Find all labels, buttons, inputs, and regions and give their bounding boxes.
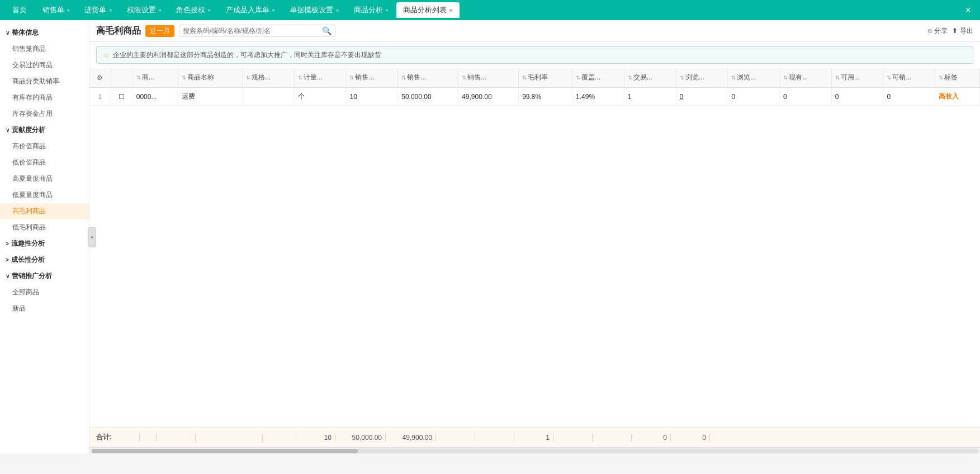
sidebar-item-0-1[interactable]: 交易过的商品 <box>0 57 89 73</box>
bottom-scrollbar[interactable] <box>89 447 980 454</box>
table-wrapper[interactable]: ⚙⇅商...⇅商品名称⇅规格...⇅计量...⇅销售...⇅销售...⇅销售..… <box>89 68 980 427</box>
sort-icon-sales_qty: ⇅ <box>349 74 354 81</box>
sidebar-item-4-1[interactable]: 新品 <box>0 301 89 317</box>
sum-spacer-2 <box>140 434 157 442</box>
sidebar-group-arrow: ∨ <box>6 30 10 36</box>
sidebar-group-1[interactable]: ∨贡献度分析 <box>0 122 89 138</box>
sum-spacer-3 <box>157 434 196 442</box>
nav-tab-0[interactable]: 销售单× <box>36 2 77 18</box>
cell-sales_cost: 49,900.00 <box>458 87 519 106</box>
sidebar-item-1-4[interactable]: 高毛利商品 <box>0 203 89 219</box>
sidebar-item-1-0[interactable]: 高价值商品 <box>0 138 89 154</box>
nav-tab-7[interactable]: 商品分析列表× <box>396 2 459 18</box>
tip-bar: ☆ 企业的主要的利润都是这部分商品创造的，可考虑加大推广，同时关注库存是不要出现… <box>96 46 973 64</box>
tab-close-icon[interactable]: × <box>449 7 452 13</box>
col-header-current_stock[interactable]: ⇅现有... <box>779 68 831 87</box>
tab-close-icon[interactable]: × <box>385 7 389 13</box>
nav-home[interactable]: 首页 <box>4 5 35 15</box>
col-header-coverage[interactable]: ⇅覆盖... <box>572 68 624 87</box>
nav-tab-6[interactable]: 商品分析× <box>347 2 395 18</box>
sidebar-item-0-3[interactable]: 有库存的商品 <box>0 90 89 106</box>
nav-tab-1[interactable]: 进货单× <box>78 2 119 18</box>
data-table: ⚙⇅商...⇅商品名称⇅规格...⇅计量...⇅销售...⇅销售...⇅销售..… <box>89 68 980 106</box>
sidebar-group-label: 流趣性分析 <box>11 239 45 248</box>
sidebar-group-label: 贡献度分析 <box>12 125 45 135</box>
sort-icon-sales_cost: ⇅ <box>462 74 466 81</box>
sort-icon-views1: ⇅ <box>680 74 684 81</box>
tab-label: 权限设置 <box>127 5 156 15</box>
col-header-sku_code[interactable]: ⇅商... <box>132 68 178 87</box>
nav-tab-5[interactable]: 单据模板设置× <box>283 2 345 18</box>
close-all-icon[interactable]: × <box>960 4 976 16</box>
search-icon[interactable]: 🔍 <box>322 26 332 35</box>
sidebar-item-1-5[interactable]: 低毛利商品 <box>0 219 89 236</box>
tab-label: 角色授权 <box>176 5 205 15</box>
col-header-sellable[interactable]: ⇅可销... <box>883 68 935 87</box>
sort-icon-coverage: ⇅ <box>576 74 580 81</box>
sidebar-group-3[interactable]: >成长性分析 <box>0 252 89 268</box>
sum-views1 <box>553 434 593 442</box>
col-header-transactions[interactable]: ⇅交易... <box>624 68 676 87</box>
content-area: 高毛利商品 近一月 🔍 ⎋ 分享 ⬆ 导出 ☆ 企业的主要的利润都是这部分商品创… <box>89 20 980 454</box>
cell-checkbox[interactable]: ☐ <box>111 87 132 106</box>
tab-close-icon[interactable]: × <box>108 7 112 13</box>
sidebar-item-0-4[interactable]: 库存资金占用 <box>0 106 89 122</box>
cell-gross_margin: 99.8% <box>519 87 572 106</box>
col-header-name[interactable]: ⇅商品名称 <box>178 68 242 87</box>
sidebar-group-arrow: > <box>6 241 9 247</box>
col-header-gross_margin[interactable]: ⇅毛利率 <box>519 68 572 87</box>
nav-tab-3[interactable]: 角色授权× <box>169 2 217 18</box>
summary-label: 合计: <box>96 433 112 442</box>
tip-text: 企业的主要的利润都是这部分商品创造的，可考虑加大推广，同时关注库存是不要出现缺货 <box>113 50 381 60</box>
cell-sales_amount: 50,000.00 <box>398 87 458 106</box>
cell-unit: 个 <box>294 87 346 106</box>
export-label: 导出 <box>960 26 973 36</box>
col-header-unit[interactable]: ⇅计量... <box>294 68 346 87</box>
nav-tab-2[interactable]: 权限设置× <box>120 2 168 18</box>
col-header-sales_amount[interactable]: ⇅销售... <box>398 68 458 87</box>
tab-close-icon[interactable]: × <box>67 7 70 13</box>
tab-label: 销售单 <box>42 5 64 15</box>
col-header-tag[interactable]: ⇅标签 <box>935 68 980 87</box>
sidebar-item-0-2[interactable]: 商品分类助销率 <box>0 73 89 90</box>
period-btn[interactable]: 近一月 <box>145 25 174 37</box>
sum-spacer-4 <box>196 434 263 442</box>
sort-icon-spec: ⇅ <box>246 74 250 81</box>
cell-sellable: 0 <box>883 87 935 106</box>
col-header-spec[interactable]: ⇅规格... <box>243 68 295 87</box>
tip-icon: ☆ <box>103 51 110 59</box>
col-header-views2[interactable]: ⇅浏览... <box>728 68 780 87</box>
sidebar-item-4-0[interactable]: 全部商品 <box>0 284 89 301</box>
sidebar-group-4[interactable]: ∨营销推广分析 <box>0 268 89 284</box>
tab-label: 单据模板设置 <box>290 5 333 15</box>
scroll-track[interactable] <box>92 449 978 453</box>
sum-views2 <box>593 434 632 442</box>
sidebar-item-1-3[interactable]: 低夏量度商品 <box>0 187 89 203</box>
sort-icon-sales_amount: ⇅ <box>401 74 406 81</box>
search-input[interactable] <box>183 27 320 35</box>
sidebar-group-0[interactable]: ∨整体信息 <box>0 25 89 41</box>
link-value[interactable]: 0 <box>680 93 684 101</box>
tab-close-icon[interactable]: × <box>207 7 211 13</box>
export-btn[interactable]: ⬆ 导出 <box>952 26 973 36</box>
sidebar-item-1-1[interactable]: 低价值商品 <box>0 154 89 171</box>
share-label: 分享 <box>934 26 948 36</box>
sidebar-item-0-0[interactable]: 销售笼商品 <box>0 41 89 57</box>
sidebar-group-2[interactable]: >流趣性分析 <box>0 236 89 252</box>
sum-sales-amount: 50,000.00 <box>335 434 386 442</box>
sidebar-group-arrow: ∨ <box>6 273 10 279</box>
tab-close-icon[interactable]: × <box>158 7 162 13</box>
sidebar-item-1-2[interactable]: 高夏量度商品 <box>0 171 89 187</box>
col-header-sales_cost[interactable]: ⇅销售... <box>458 68 519 87</box>
tab-close-icon[interactable]: × <box>335 7 339 13</box>
tab-label: 产成品入库单 <box>226 5 269 15</box>
col-header-available_stock[interactable]: ⇅可用... <box>831 68 883 87</box>
tab-close-icon[interactable]: × <box>272 7 275 13</box>
col-header-sales_qty[interactable]: ⇅销售... <box>346 68 398 87</box>
cell-transactions: 1 <box>624 87 676 106</box>
col-header-views1[interactable]: ⇅浏览... <box>676 68 728 87</box>
share-btn[interactable]: ⎋ 分享 <box>928 26 948 36</box>
nav-tab-4[interactable]: 产成品入库单× <box>219 2 282 18</box>
sidebar-collapse-btn[interactable]: « <box>88 227 96 247</box>
cell-views1[interactable]: 0 <box>676 87 728 106</box>
